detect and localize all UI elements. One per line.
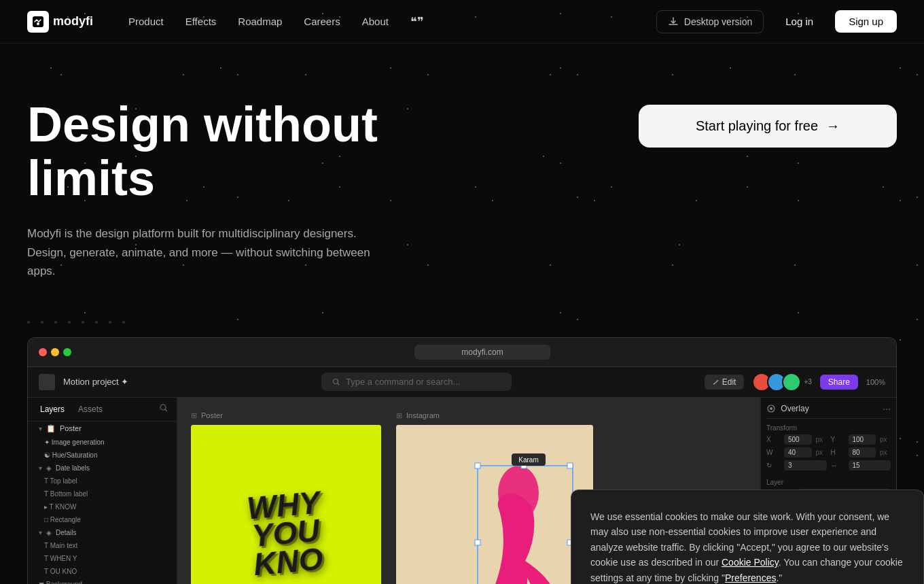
layers-panel: Layers Assets ▾ 📋 Poster ✦ Image generat… [28, 398, 177, 584]
x-unit: px [816, 436, 827, 443]
layer-ou-kno[interactable]: T OU KNO [28, 565, 177, 578]
sidebar-search-icon[interactable] [159, 403, 168, 413]
edit-button[interactable]: Edit [705, 375, 745, 390]
poster-content: WHYYOUKNO [191, 425, 381, 584]
h-value[interactable]: 80 [849, 447, 876, 458]
search-placeholder: Type a command or search... [346, 377, 460, 387]
layer-know[interactable]: ▸ T KNOW [28, 500, 177, 513]
decorative-dots [0, 307, 924, 337]
layer-when-y[interactable]: T WHEN Y [28, 552, 177, 565]
x-label: X [766, 436, 780, 443]
nav-actions: Desktop version Log in Sign up [656, 10, 897, 33]
overlay-icon [766, 404, 776, 413]
desktop-version-button[interactable]: Desktop version [656, 10, 764, 33]
share-button[interactable]: Share [820, 375, 858, 390]
layer-poster[interactable]: ▾ 📋 Poster [28, 422, 177, 436]
scale-value[interactable]: 15 [849, 460, 891, 470]
signup-button[interactable]: Sign up [835, 10, 897, 33]
maximize-dot [63, 348, 71, 356]
login-button[interactable]: Log in [772, 10, 827, 33]
dot-4 [68, 321, 71, 324]
layer-bottom-label[interactable]: T Bottom label [28, 487, 177, 500]
hero-title: Design without limits [27, 98, 476, 205]
x-value[interactable]: 500 [784, 434, 812, 445]
transform-section: Transform X 500 px Y 100 px W 40 px H 80… [766, 424, 891, 470]
svg-point-1 [37, 22, 39, 25]
dot-3 [54, 321, 57, 324]
search-icon [332, 378, 340, 386]
cookie-banner: We use essential cookies to make our sit… [571, 489, 924, 584]
layer-background[interactable]: ◼ Background [28, 578, 177, 584]
h-unit: px [880, 449, 891, 456]
svg-rect-4 [396, 425, 593, 584]
y-value[interactable]: 100 [849, 434, 876, 445]
svg-point-2 [334, 379, 338, 383]
instagram-frame-label: ⊞ Instagram [396, 411, 440, 420]
w-value[interactable]: 40 [784, 447, 812, 458]
poster-frame-label: ⊞ Poster [191, 411, 223, 420]
nav-link-about[interactable]: About [354, 12, 397, 31]
collaborators-avatars: +3 [752, 373, 811, 392]
svg-point-3 [160, 405, 166, 410]
nav-link-product[interactable]: Product [120, 12, 172, 31]
rotation-row: ↻ 3 ↔ 15 [766, 460, 891, 470]
edit-icon [713, 379, 719, 385]
y-unit: px [880, 436, 891, 443]
poster-canvas: WHYYOUKNO [191, 425, 381, 584]
layer-details[interactable]: ▾ ◈ Details [28, 526, 177, 539]
app-toolbar: Motion project ✦ Type a command or searc… [28, 367, 896, 398]
scale-label: ↔ [831, 462, 845, 469]
cta-label: Start playing for free [696, 118, 818, 134]
cookie-text-end: ." [776, 572, 782, 583]
nav-link-careers[interactable]: Careers [296, 12, 348, 31]
nav-link-roadmap[interactable]: Roadmap [230, 12, 290, 31]
panel-overlay-name: Overlay [766, 404, 809, 414]
w-unit: px [816, 449, 827, 456]
rotation-value[interactable]: 3 [784, 460, 827, 470]
svg-point-18 [770, 407, 772, 410]
layers-list: ▾ 📋 Poster ✦ Image generation ☯ Hue/Satu… [28, 422, 177, 584]
layer-date-labels[interactable]: ▾ ◈ Date labels [28, 462, 177, 475]
assets-tab[interactable]: Assets [74, 403, 107, 415]
hero-subtitle: Modyfi is the design platform built for … [27, 224, 394, 280]
url-bar-container: modyfi.com [79, 345, 885, 360]
svg-rect-7 [475, 463, 480, 468]
app-logo-small [39, 374, 55, 390]
panel-more-icon[interactable]: ··· [883, 403, 891, 414]
hero-section: Design without limits Modyfi is the desi… [0, 44, 924, 307]
preferences-link[interactable]: Preferences [725, 572, 776, 583]
minimize-dot [51, 348, 59, 356]
nav-icon-quotes[interactable]: ❝❞ [402, 10, 432, 33]
nav-link-effects[interactable]: Effects [177, 12, 225, 31]
dot-7 [109, 321, 111, 324]
dot-5 [82, 321, 84, 324]
toolbar-search: Type a command or search... [137, 373, 696, 391]
h-label: H [831, 449, 845, 456]
instagram-frame-container: ⊞ Instagram [396, 425, 593, 584]
logo-link[interactable]: modyfi [27, 11, 93, 33]
svg-text:Karam: Karam [518, 456, 538, 464]
layer-top-label[interactable]: T Top label [28, 475, 177, 487]
layer-label: Layer [766, 479, 891, 486]
layer-image-generation[interactable]: ✦ Image generation [28, 436, 177, 449]
project-name[interactable]: Motion project ✦ [63, 377, 128, 387]
instagram-content: Karam [396, 425, 593, 584]
command-search[interactable]: Type a command or search... [321, 373, 512, 391]
layer-hue-saturation-1[interactable]: ☯ Hue/Saturation [28, 449, 177, 462]
zoom-level: 100% [866, 378, 885, 386]
cookie-policy-link[interactable]: Cookie Policy [722, 557, 779, 568]
extra-avatars: +3 [804, 378, 811, 385]
dot-6 [95, 321, 98, 324]
toolbar-actions: Edit +3 Share 100% [705, 373, 885, 392]
layer-main-text[interactable]: T Main text [28, 539, 177, 552]
w-row: W 40 px H 80 px [766, 447, 891, 458]
dot-2 [41, 321, 43, 324]
poster-frame-container: ⊞ Poster WHYYOUKNO [191, 425, 381, 584]
layer-rectangle[interactable]: □ Rectangle [28, 513, 177, 526]
cookie-text: We use essential cookies to make our sit… [590, 509, 904, 584]
layers-tab[interactable]: Layers [36, 403, 69, 415]
x-row: X 500 px Y 100 px [766, 434, 891, 445]
svg-rect-8 [567, 463, 573, 468]
cta-button[interactable]: Start playing for free → [639, 105, 897, 148]
logo-icon [27, 11, 49, 33]
